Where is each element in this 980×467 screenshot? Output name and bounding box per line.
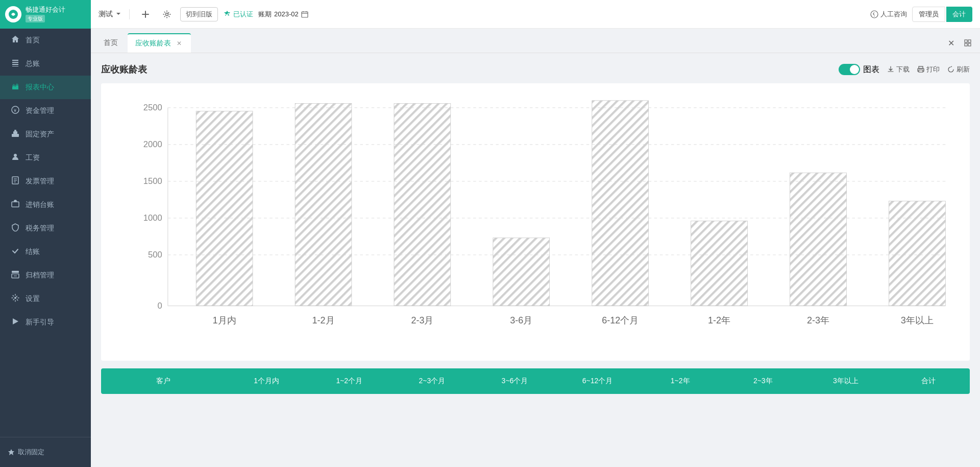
period-label: 账期 <box>258 10 272 19</box>
svg-rect-15 <box>12 202 19 207</box>
sidebar-pin-button[interactable]: 取消固定 <box>0 442 91 462</box>
col-customer: 客户 <box>101 368 225 394</box>
svg-text:¥: ¥ <box>13 108 17 113</box>
svg-rect-31 <box>965 43 967 46</box>
svg-rect-51 <box>394 103 451 306</box>
svg-rect-55 <box>790 173 847 306</box>
sidebar-item-settle[interactable]: 结账 <box>0 240 91 264</box>
svg-rect-4 <box>12 66 18 66</box>
sidebar-item-label: 报表中心 <box>26 83 54 92</box>
settings-icon <box>10 294 20 304</box>
page-title: 应收账龄表 <box>101 63 147 76</box>
tab-close-icon[interactable]: ✕ <box>175 39 183 48</box>
svg-rect-16 <box>12 271 19 273</box>
add-button[interactable] <box>137 6 154 22</box>
settings-button[interactable] <box>159 6 175 22</box>
svg-rect-7 <box>12 134 19 137</box>
workspace-selector[interactable]: 测试 <box>99 10 121 19</box>
invoice-icon <box>10 176 20 186</box>
chart-toggle-label: 图表 <box>863 64 879 75</box>
sidebar-item-settings[interactable]: 设置 <box>0 287 91 311</box>
svg-text:3-6月: 3-6月 <box>510 315 532 325</box>
sidebar-item-tax[interactable]: 税务管理 <box>0 217 91 240</box>
sidebar-logo: 畅捷通好会计 专业版 <box>0 0 91 29</box>
chart-toggle[interactable]: 图表 <box>839 64 879 75</box>
col-1-2month: 1~2个月 <box>308 368 390 394</box>
svg-rect-23 <box>302 12 308 17</box>
col-2-3year: 2~3年 <box>722 368 804 394</box>
sidebar-item-label: 发票管理 <box>26 177 54 186</box>
sidebar-item-home[interactable]: 首页 <box>0 29 91 52</box>
svg-rect-8 <box>13 131 17 134</box>
svg-text:1000: 1000 <box>143 213 162 223</box>
tax-icon <box>10 223 20 233</box>
svg-text:2-3年: 2-3年 <box>807 315 829 325</box>
svg-text:2500: 2500 <box>143 103 162 112</box>
col-total: 合计 <box>887 368 970 394</box>
assets-icon <box>10 129 20 139</box>
svg-rect-9 <box>14 130 16 131</box>
svg-text:2-3月: 2-3月 <box>411 315 433 325</box>
svg-text:500: 500 <box>148 250 162 260</box>
svg-rect-56 <box>889 201 945 306</box>
sidebar-item-label: 税务管理 <box>26 224 54 233</box>
sidebar-item-invoice[interactable]: 发票管理 <box>0 170 91 193</box>
toggle-track[interactable] <box>839 64 860 75</box>
sidebar-item-archive[interactable]: 归档管理 <box>0 264 91 287</box>
svg-point-28 <box>874 15 875 16</box>
svg-text:1-2月: 1-2月 <box>312 315 334 325</box>
accountant-button[interactable]: 会计 <box>946 7 972 22</box>
sidebar-item-ledger[interactable]: 总账 <box>0 52 91 76</box>
sidebar-item-label: 固定资产 <box>26 130 54 139</box>
period-value: 2023-02 <box>274 10 299 18</box>
svg-text:1500: 1500 <box>143 176 162 186</box>
report-icon <box>10 82 20 92</box>
close-tab-button[interactable]: ✕ <box>944 36 958 50</box>
sidebar-item-trade[interactable]: 进销台账 <box>0 193 91 217</box>
svg-point-22 <box>166 13 168 15</box>
col-6-12month: 6~12个月 <box>556 368 639 394</box>
sidebar-item-report[interactable]: 报表中心 <box>0 76 91 99</box>
svg-rect-2 <box>12 62 18 63</box>
download-button[interactable]: 下载 <box>887 65 910 74</box>
sidebar-item-label: 设置 <box>26 294 40 303</box>
sidebar-item-label: 总账 <box>26 59 40 68</box>
expand-button[interactable] <box>961 36 975 50</box>
old-version-button[interactable]: 切到旧版 <box>180 7 218 21</box>
sidebar-item-assets[interactable]: 固定资产 <box>0 123 91 146</box>
refresh-button[interactable]: 刷新 <box>947 65 970 74</box>
col-2-3month: 2~3个月 <box>390 368 473 394</box>
table-container: 客户 1个月内 1~2个月 2~3个月 3~6个月 6~12个月 1~2年 2~… <box>101 368 970 394</box>
svg-rect-32 <box>968 43 971 46</box>
tabbar: 首页 应收账龄表 ✕ ✕ <box>91 29 980 53</box>
svg-marker-20 <box>13 318 18 324</box>
col-1-2year: 1~2年 <box>639 368 722 394</box>
settle-icon <box>10 247 20 257</box>
sidebar-item-guide[interactable]: 新手引导 <box>0 311 91 334</box>
svg-rect-1 <box>12 60 18 61</box>
manager-button[interactable]: 管理员 <box>912 7 945 22</box>
col-1month: 1个月内 <box>225 368 308 394</box>
content-area: 应收账龄表 图表 下载 打印 刷新 <box>91 53 980 467</box>
tab-ar-aging-label: 应收账龄表 <box>135 39 171 48</box>
sidebar-item-label: 进销台账 <box>26 200 54 209</box>
svg-rect-54 <box>691 221 748 306</box>
period-selector[interactable]: 账期 2023-02 <box>258 10 308 19</box>
svg-text:3年以上: 3年以上 <box>901 315 934 325</box>
sidebar-item-fund[interactable]: ¥ 资金管理 <box>0 99 91 123</box>
tab-home[interactable]: 首页 <box>96 33 126 53</box>
tabbar-actions: ✕ <box>944 36 975 50</box>
tab-ar-aging[interactable]: 应收账龄表 ✕ <box>128 33 191 53</box>
sidebar: 畅捷通好会计 专业版 首页 总账 报表中心 ¥ <box>0 0 91 467</box>
svg-point-19 <box>14 297 16 299</box>
sidebar-item-salary[interactable]: 工资 <box>0 146 91 170</box>
page-header: 应收账龄表 图表 下载 打印 刷新 <box>101 63 970 76</box>
sidebar-item-label: 资金管理 <box>26 106 54 115</box>
print-button[interactable]: 打印 <box>917 65 940 74</box>
consult-button[interactable]: 人工咨询 <box>870 10 907 19</box>
home-icon <box>10 35 20 45</box>
svg-rect-29 <box>965 40 967 42</box>
sidebar-bottom: 取消固定 <box>0 437 91 467</box>
svg-marker-21 <box>8 449 14 455</box>
sidebar-item-label: 归档管理 <box>26 271 54 280</box>
